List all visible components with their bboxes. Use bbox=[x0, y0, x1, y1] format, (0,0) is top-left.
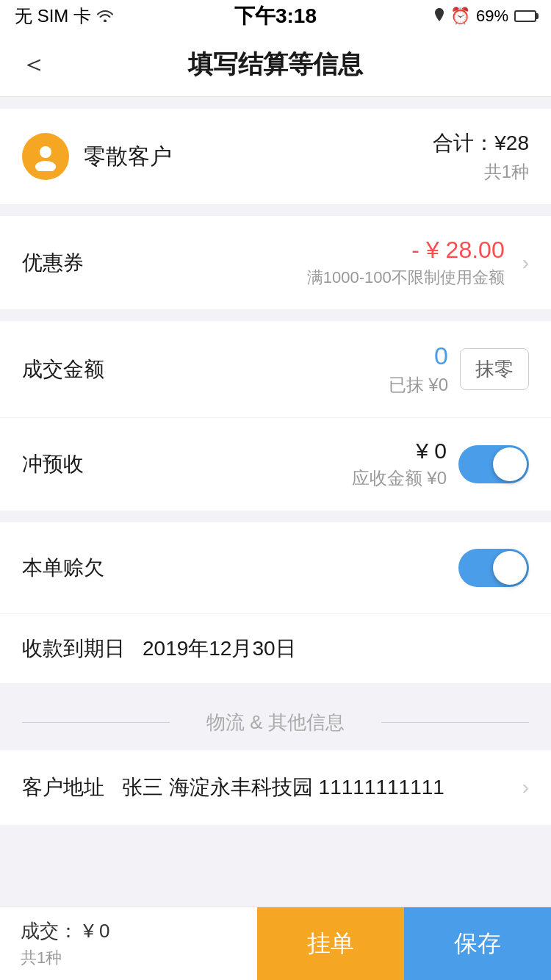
address-label: 客户地址 bbox=[22, 774, 104, 801]
divider-line-right bbox=[381, 722, 529, 723]
credit-row: 本单赊欠 bbox=[0, 522, 551, 613]
address-value: 张三 海淀永丰科技园 11111111111 bbox=[122, 774, 499, 801]
logistics-divider-inner: 物流 & 其他信息 bbox=[0, 710, 551, 735]
svg-point-0 bbox=[40, 146, 51, 158]
bottom-bar: 成交： ¥ 0 共1种 挂单 保存 bbox=[0, 907, 551, 980]
prereceive-row: 冲预收 ¥ 0 应收金额 ¥0 bbox=[0, 418, 551, 511]
battery-icon bbox=[514, 10, 536, 22]
battery-percent: 69% bbox=[476, 7, 508, 26]
customer-card: 零散客户 合计：¥28 共1种 bbox=[0, 109, 551, 204]
prereceive-amount-block: ¥ 0 应收金额 ¥0 bbox=[352, 439, 447, 490]
already-rounded-text: 已抹 ¥0 bbox=[136, 373, 448, 397]
status-bar: 无 SIM 卡 下午3:18 ⏰ 69% bbox=[0, 0, 551, 32]
bottom-left: 成交： ¥ 0 共1种 bbox=[0, 907, 257, 980]
prereceive-label: 冲预收 bbox=[22, 450, 84, 478]
bottom-count: 共1种 bbox=[21, 947, 237, 969]
wifi-icon bbox=[97, 6, 113, 26]
prereceive-value: ¥ 0 bbox=[352, 439, 447, 464]
duedate-value: 2019年12月30日 bbox=[143, 635, 296, 663]
address-chevron-icon: › bbox=[522, 776, 529, 799]
prereceive-sub: 应收金额 ¥0 bbox=[352, 466, 447, 490]
bottom-transaction-label: 成交： bbox=[21, 920, 78, 942]
status-left: 无 SIM 卡 bbox=[15, 4, 113, 28]
coupon-right: - ¥ 28.00 满1000-100不限制使用金额 › bbox=[307, 237, 529, 289]
customer-total: 合计：¥28 共1种 bbox=[433, 129, 529, 184]
location-icon bbox=[434, 7, 444, 26]
transaction-section: 成交金额 已抹 ¥0 抹零 冲预收 ¥ 0 应收金额 ¥0 bbox=[0, 321, 551, 511]
transaction-label: 成交金额 bbox=[22, 356, 104, 383]
logistics-text: 物流 & 其他信息 bbox=[206, 710, 345, 735]
back-button[interactable]: ＜ bbox=[21, 46, 47, 82]
credit-label: 本单赊欠 bbox=[22, 554, 104, 582]
coupon-label: 优惠券 bbox=[22, 249, 84, 277]
address-row[interactable]: 客户地址 张三 海淀永丰科技园 11111111111 › bbox=[0, 750, 551, 825]
status-right: ⏰ 69% bbox=[434, 7, 536, 26]
coupon-value-block: - ¥ 28.00 满1000-100不限制使用金额 bbox=[307, 237, 505, 289]
duedate-row: 收款到期日 2019年12月30日 bbox=[0, 613, 551, 683]
customer-left: 零散客户 bbox=[22, 133, 172, 180]
divider-line-left bbox=[22, 722, 170, 723]
toggle-knob bbox=[493, 447, 527, 481]
bottom-transaction: 成交： ¥ 0 bbox=[21, 918, 237, 944]
coupon-section: 优惠券 - ¥ 28.00 满1000-100不限制使用金额 › bbox=[0, 216, 551, 309]
credit-section: 本单赊欠 收款到期日 2019年12月30日 bbox=[0, 522, 551, 683]
round-zero-button[interactable]: 抹零 bbox=[460, 348, 529, 390]
coupon-row[interactable]: 优惠券 - ¥ 28.00 满1000-100不限制使用金额 › bbox=[0, 216, 551, 309]
chevron-right-icon: › bbox=[522, 251, 529, 275]
carrier-text: 无 SIM 卡 bbox=[15, 4, 91, 28]
prereceive-right: ¥ 0 应收金额 ¥0 bbox=[352, 439, 529, 490]
status-time: 下午3:18 bbox=[234, 2, 317, 30]
page-spacer bbox=[0, 825, 551, 910]
credit-toggle-knob bbox=[493, 551, 527, 585]
total-count: 共1种 bbox=[433, 160, 529, 184]
customer-name: 零散客户 bbox=[84, 142, 172, 172]
svg-point-1 bbox=[35, 161, 56, 171]
bottom-transaction-value: ¥ 0 bbox=[83, 920, 109, 942]
nav-bar: ＜ 填写结算等信息 bbox=[0, 32, 551, 97]
nav-title: 填写结算等信息 bbox=[188, 48, 363, 82]
alarm-icon: ⏰ bbox=[450, 7, 470, 26]
coupon-discount: - ¥ 28.00 bbox=[307, 237, 505, 264]
customer-avatar bbox=[22, 133, 69, 180]
prereceive-toggle[interactable] bbox=[458, 445, 529, 483]
save-button[interactable]: 保存 bbox=[404, 907, 551, 980]
address-section: 客户地址 张三 海淀永丰科技园 11111111111 › bbox=[0, 750, 551, 825]
coupon-description: 满1000-100不限制使用金额 bbox=[307, 267, 505, 289]
transaction-row: 成交金额 已抹 ¥0 抹零 bbox=[0, 321, 551, 418]
credit-toggle[interactable] bbox=[458, 549, 529, 587]
logistics-divider: 物流 & 其他信息 bbox=[0, 695, 551, 750]
transaction-input[interactable] bbox=[136, 342, 448, 370]
transaction-amount-block: 已抹 ¥0 bbox=[136, 342, 448, 397]
duedate-label: 收款到期日 bbox=[22, 635, 125, 663]
total-amount: 合计：¥28 bbox=[433, 129, 529, 157]
transaction-right: 已抹 ¥0 抹零 bbox=[136, 342, 529, 397]
pending-button[interactable]: 挂单 bbox=[257, 907, 404, 980]
